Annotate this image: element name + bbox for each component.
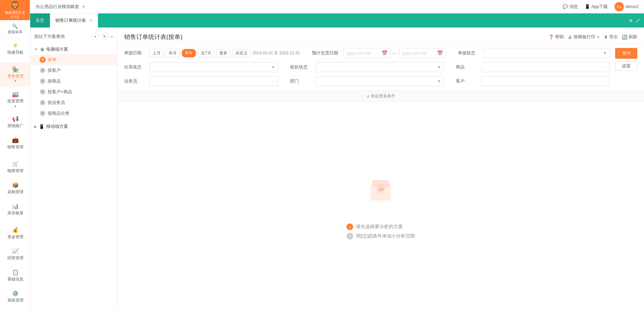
date-to-input[interactable]: yyyy-mm-dd 📅	[399, 48, 446, 58]
system-icon: ⚙️	[12, 290, 19, 297]
salesperson-select[interactable]: ···	[150, 76, 278, 86]
product-select[interactable]: ···	[481, 62, 610, 72]
empty-illustration: 📦	[361, 170, 401, 217]
page-title-actions: ❓ 帮助 🖨 按模板打印 ▼ ⬇ 导出 🔄 刷新	[548, 34, 637, 40]
expand-icon-desktop: ▼	[34, 47, 38, 51]
refresh-icon: 🔄	[622, 35, 627, 40]
collection-status-select[interactable]: ▼	[316, 62, 444, 72]
tree-parent-desktop[interactable]: ▼ 🖥 电脑端方案	[30, 44, 117, 54]
operations-icon: 📈	[12, 248, 19, 254]
marketing-label: 营销推广	[7, 123, 23, 129]
sidebar-item-retail[interactable]: 🏪 零售管理 ▼	[0, 62, 30, 87]
lp-collapse-btn[interactable]: «	[110, 34, 113, 39]
tree-parent-mobile-label: 移动端方案	[46, 123, 68, 130]
tab-expand-btn[interactable]: ⤢	[636, 17, 640, 24]
print-icon: 🖨	[568, 35, 572, 40]
settings-btn[interactable]: 设置	[615, 61, 637, 71]
sidebar-item-operations[interactable]: 📈 经营管理	[0, 244, 30, 265]
tree-child-by-category[interactable]: 图 按商品分类	[30, 108, 117, 119]
department-arrow: ▼	[437, 79, 441, 83]
search-icon: 🔍	[0, 23, 30, 29]
tree-child-by-category-label: 按商品分类	[48, 110, 69, 116]
product-label: 商品	[456, 64, 476, 70]
date-btn-more[interactable]: 更多	[216, 49, 230, 57]
doc-status-arrow: ▼	[603, 51, 607, 55]
tree-parent-mobile[interactable]: ▶ 📱 移动端方案	[30, 121, 117, 132]
date-btn-custom[interactable]: 自定义	[232, 49, 251, 57]
left-panel: 按以下方案查询 + ✎ « ▼ 🖥 电脑端方案	[30, 28, 117, 310]
wholesale-arrow: ▲	[14, 104, 17, 108]
date-from-calendar-icon: 📅	[382, 50, 387, 56]
tab-home[interactable]: 首页	[30, 13, 50, 28]
sidebar-item-finance[interactable]: 💰 资金管理	[0, 223, 30, 244]
export-icon: ⬇	[604, 35, 608, 40]
date-from-input[interactable]: yyyy-mm-dd 📅	[343, 48, 390, 58]
print-btn[interactable]: 🖨 按模板打印 ▼	[568, 34, 600, 40]
finance-icon: 💰	[12, 227, 19, 233]
sidebar-item-ecommerce[interactable]: 🛒 电商管理	[0, 157, 30, 178]
export-btn[interactable]: ⬇ 导出	[604, 34, 618, 40]
sidebar-item-marketing[interactable]: 📢 营销推广	[0, 112, 30, 133]
date-btn-last-month[interactable]: 上月	[150, 49, 164, 57]
refresh-btn[interactable]: 🔄 刷新	[622, 34, 637, 40]
salesperson-label: 业务员	[124, 78, 144, 84]
tree-child-by-product[interactable]: 图 按商品	[30, 76, 117, 87]
out-status-select[interactable]: ▼	[150, 62, 278, 72]
tree-child-by-salesperson[interactable]: 图 按业务员	[30, 97, 117, 108]
wholesale-icon: 🏭	[12, 91, 19, 97]
sidebar-item-quick-nav[interactable]: ⚡ 快捷导航	[0, 38, 30, 59]
sidebar-item-sales[interactable]: 💼 销售管理	[0, 133, 30, 154]
query-btn[interactable]: 查询	[615, 48, 637, 59]
tab-close-all-btn[interactable]: ✕	[629, 17, 633, 24]
out-status-arrow: ▼	[271, 65, 275, 69]
breadcrumb-arrow[interactable]: ▼	[82, 5, 86, 9]
left-panel-header: 按以下方案查询 + ✎ «	[30, 30, 117, 43]
message-btn[interactable]: 💬 消息	[562, 4, 578, 10]
app-download-btn[interactable]: 📱 App下载	[585, 4, 608, 10]
date-btn-this-year[interactable]: 本年	[182, 49, 196, 57]
message-icon: 💬	[562, 4, 568, 9]
sidebar-item-wholesale[interactable]: 🏭 批发管理 ▲	[0, 87, 30, 112]
empty-state: 📦 1 请先选择要分析的方案 2 用[过滤]条件来缩小分析范围	[117, 102, 644, 310]
sidebar-item-purchase[interactable]: 📦 采购管理	[0, 178, 30, 199]
collection-status-arrow: ▼	[437, 65, 441, 69]
tree-child-by-order[interactable]: 单 按单	[30, 54, 117, 65]
customer-dots[interactable]: ···	[602, 78, 607, 84]
tree-child-by-customer-product[interactable]: 图 按客户+商品	[30, 87, 117, 97]
lp-add-btn[interactable]: +	[92, 33, 99, 40]
doc-status-select[interactable]: ▼	[483, 48, 610, 58]
expected-delivery-label: 预计交货日期	[312, 50, 338, 56]
step2-num: 2	[346, 233, 353, 240]
date-btn-this-month[interactable]: 本月	[166, 49, 180, 57]
expand-icon-mobile: ▶	[34, 124, 37, 129]
sidebar-item-inventory[interactable]: 📊 库存核算	[0, 199, 30, 220]
by-product-icon: 图	[40, 78, 46, 84]
app-download-icon: 📱	[585, 4, 590, 9]
tree-child-by-customer[interactable]: 图 按客户	[30, 65, 117, 76]
collapse-bar[interactable]: ∧ 收起更多条件	[117, 91, 644, 102]
customer-select[interactable]: ···	[481, 76, 610, 86]
sidebar-search[interactable]: 🔍 搜索菜单	[0, 20, 30, 38]
user-info[interactable]: Ea demo2	[614, 2, 639, 11]
by-customer-icon: 图	[40, 67, 46, 73]
lp-edit-btn[interactable]: ✎	[101, 33, 108, 40]
tree-child-by-salesperson-label: 按业务员	[48, 100, 65, 106]
sidebar-item-basic-info[interactable]: 📋 基础信息	[0, 265, 30, 286]
btn-group: 查询 设置	[615, 48, 637, 71]
tree-section-mobile: ▶ 📱 移动端方案	[30, 120, 117, 133]
sidebar-item-system[interactable]: ⚙️ 系统管理	[0, 286, 30, 307]
logo-icon: 🦁	[10, 1, 19, 10]
product-dots[interactable]: ···	[602, 64, 607, 70]
tab-sales-stats[interactable]: 销售订单统计表 ✕	[50, 13, 98, 28]
filter-input-date-from: yyyy-mm-dd 📅 — yyyy-mm-dd 📅	[343, 48, 446, 58]
help-btn[interactable]: ❓ 帮助	[548, 34, 564, 40]
header-right: 💬 消息 📱 App下载 Ea demo2	[562, 2, 639, 11]
purchase-label: 采购管理	[7, 189, 23, 195]
date-btn-7days[interactable]: 近7天	[198, 49, 214, 57]
department-select[interactable]: ▼	[316, 76, 444, 86]
tree-section-desktop: ▼ 🖥 电脑端方案 单 按单 图 按客户 图 按商品 图	[30, 43, 117, 120]
tree-parent-desktop-label: 电脑端方案	[46, 46, 68, 52]
tab-close-btn[interactable]: ✕	[89, 18, 92, 23]
salesperson-dots[interactable]: ···	[270, 78, 275, 84]
help-label: 帮助	[555, 34, 564, 40]
